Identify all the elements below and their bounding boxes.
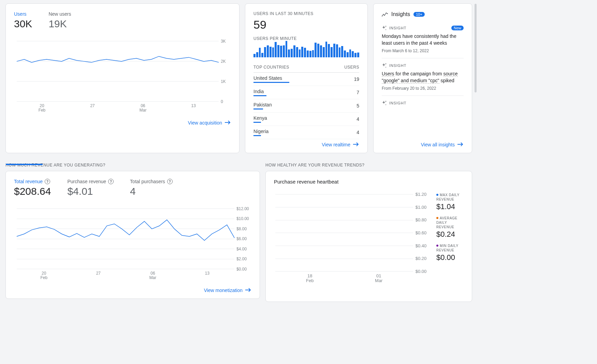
minute-bar [336, 44, 338, 57]
view-acquisition-link[interactable]: View acquisition [14, 120, 231, 126]
metric-value: 30K [14, 18, 32, 30]
svg-text:2K: 2K [221, 59, 226, 64]
realtime-subtitle: USERS PER MINUTE [253, 36, 359, 41]
insight-item[interactable]: INSIGHTNewMondays have consistently had … [382, 21, 464, 58]
svg-text:13: 13 [191, 103, 196, 108]
minute-bar [264, 47, 266, 57]
svg-point-23 [385, 101, 386, 102]
users-per-minute-chart [253, 41, 359, 57]
stat-value: $0.24 [436, 230, 464, 239]
svg-text:20: 20 [42, 271, 46, 276]
revenue-metric-tabs: Total revenue?$208.64Purchase revenue?$4… [14, 179, 251, 197]
insight-item[interactable]: INSIGHTUsers for the campaign from sourc… [382, 58, 464, 96]
minute-bar [341, 46, 343, 57]
minute-bar [301, 47, 303, 57]
insight-label: INSIGHT [389, 63, 406, 68]
stat-block: AVERAGE DAILY REVENUE$0.24 [436, 216, 464, 239]
metric-label: New users [48, 11, 71, 17]
svg-text:Mar: Mar [149, 275, 157, 280]
minute-bar [291, 49, 293, 57]
country-name: Kenya [253, 115, 267, 123]
svg-text:01: 01 [376, 273, 381, 278]
insights-title: Insights [391, 11, 410, 17]
svg-text:$4.00: $4.00 [236, 247, 247, 251]
svg-point-20 [385, 29, 386, 30]
svg-text:06: 06 [150, 271, 155, 276]
metric-tab-purchase-revenue[interactable]: Purchase revenue?$4.01 [67, 179, 114, 197]
svg-text:$6.00: $6.00 [236, 236, 247, 241]
sparkle-icon [382, 26, 387, 30]
section-revenue-title: HOW MUCH REVENUE ARE YOU GENERATING? [5, 163, 260, 168]
help-icon[interactable]: ? [167, 179, 173, 184]
minute-bar [286, 41, 288, 57]
view-realtime-link[interactable]: View realtime [253, 142, 359, 147]
stat-block: MIN DAILY REVENUE$0.00 [436, 244, 464, 262]
scrollbar[interactable] [475, 4, 477, 92]
section-trends-title: HOW HEALTHY ARE YOUR REVENUE TRENDS? [265, 163, 472, 168]
svg-point-22 [385, 67, 386, 68]
svg-text:$0.40: $0.40 [416, 243, 427, 248]
stat-block: MAX DAILY REVENUE$1.04 [436, 193, 464, 211]
view-monetization-link[interactable]: View monetization [14, 288, 251, 293]
help-icon[interactable]: ? [45, 179, 50, 184]
svg-text:$0.00: $0.00 [416, 269, 427, 274]
insight-date: From February 20 to 26, 2022 [382, 86, 464, 91]
help-icon[interactable]: ? [108, 179, 114, 184]
svg-text:$0.60: $0.60 [416, 230, 427, 235]
stat-value: $0.00 [436, 253, 464, 262]
minute-bar [283, 45, 285, 57]
country-row: Pakistan5 [253, 99, 359, 113]
arrow-right-icon [353, 142, 359, 147]
svg-point-16 [384, 15, 385, 16]
sparkle-icon [382, 101, 387, 105]
card-realtime: USERS IN LAST 30 MINUTES 59 USERS PER MI… [245, 3, 368, 153]
stat-label: MAX DAILY REVENUE [436, 193, 464, 202]
minute-bar [323, 47, 325, 57]
minute-bar [349, 49, 351, 57]
minute-bar [288, 49, 290, 57]
svg-text:Feb: Feb [40, 275, 47, 280]
col-country: TOP COUNTRIES [253, 65, 289, 70]
country-name: Nigeria [253, 129, 268, 136]
active-tab-indicator [6, 164, 43, 165]
link-label: View monetization [204, 288, 243, 293]
minute-bar [352, 51, 354, 57]
svg-text:Feb: Feb [39, 108, 46, 113]
view-all-insights-link[interactable]: View all insights [382, 142, 464, 147]
minute-bar [253, 54, 256, 57]
metric-tab-users[interactable]: Users30K [14, 11, 32, 30]
minute-bar [261, 53, 263, 57]
minute-bar [339, 47, 341, 57]
insight-date: From March 6 to 12, 2022 [382, 48, 464, 53]
metric-tab-total-revenue[interactable]: Total revenue?$208.64 [14, 179, 51, 197]
col-users: USERS [344, 65, 359, 70]
minute-bar [333, 44, 335, 57]
svg-text:27: 27 [96, 271, 101, 276]
top-countries-rows: United States19India7Pakistan5Kenya4Nige… [253, 73, 359, 139]
country-users: 4 [356, 116, 359, 122]
new-badge: New [451, 26, 464, 30]
metric-value: 4 [130, 186, 173, 197]
metric-tab-new-users[interactable]: New users19K [48, 11, 71, 30]
svg-text:3K: 3K [221, 39, 226, 44]
minute-bar [293, 45, 295, 57]
country-users: 4 [356, 130, 359, 135]
minute-bar [304, 48, 306, 57]
metric-tab-total-purchasers[interactable]: Total purchasers?4 [130, 179, 173, 197]
metric-label: Purchase revenue? [67, 179, 114, 184]
users-chart: 3K2K1K020Feb2706Mar13 [14, 38, 231, 117]
minute-bar [296, 47, 298, 57]
minute-bar [256, 52, 258, 57]
minute-bar [357, 53, 359, 57]
svg-text:$0.20: $0.20 [416, 256, 427, 261]
insight-item[interactable]: INSIGHT [382, 96, 464, 113]
country-name: India [253, 89, 264, 96]
metric-value: 19K [48, 18, 71, 30]
svg-text:$8.00: $8.00 [236, 227, 247, 231]
minute-bar [328, 44, 330, 57]
insight-label: INSIGHT [389, 26, 406, 30]
svg-text:Feb: Feb [306, 278, 314, 283]
realtime-title: USERS IN LAST 30 MINUTES [253, 11, 359, 16]
country-name: Pakistan [253, 102, 272, 110]
stat-label: MIN DAILY REVENUE [436, 244, 464, 252]
